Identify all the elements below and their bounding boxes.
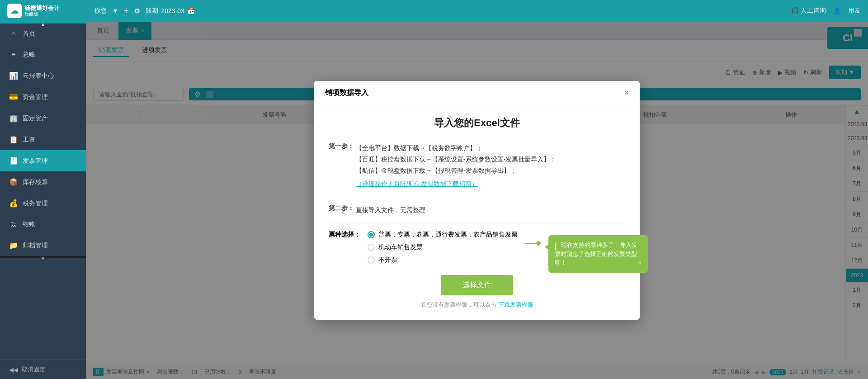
download-template-link[interactable]: 下载发票模版 — [498, 301, 533, 308]
sidebar-item-asset[interactable]: 🏢 固定资产 — [0, 108, 86, 129]
sidebar-scroll-down[interactable]: ▼ — [0, 256, 86, 258]
radio-option-1[interactable]: 普票，专票，卷票，通行费发票，农产品销售发票 — [368, 231, 518, 239]
topbar: ☁ 畅捷通好会计 旗舰版 你您 ▼ + ⚙ 账期 2023-03 📅 🎧 人工咨… — [0, 0, 868, 22]
home-icon: ⌂ — [9, 30, 18, 38]
step1-guide-link[interactable]: （详细操作见百旺/航信发票数据下载指南） — [356, 180, 478, 187]
radio-option-3[interactable]: 不开票 — [368, 256, 518, 264]
sidebar-item-inventory[interactable]: 📦 库存核算 — [0, 171, 86, 193]
tooltip-bubble: | 现在支持的票种多了，导入发票时别忘了选择正确的发票类型呀！ × — [548, 235, 648, 273]
asset-icon: 🏢 — [9, 114, 18, 123]
radio-circle-1 — [368, 231, 375, 238]
radio-group: 普票，专票，卷票，通行费发票，农产品销售发票 机动车销售发票 不开票 — [368, 231, 518, 264]
support-btn[interactable]: 🎧 人工咨询 — [791, 7, 826, 15]
step1-row: 第一步： 【全电平台】数据下载→【税务数字账户】； 【百旺】税控盘数据下载→【系… — [329, 142, 625, 190]
user-label: 用友 — [848, 7, 861, 15]
content-area: 首页 发票 × 销项发票 进项发票 🗒 凭证 — [86, 22, 868, 379]
modal-header: 销项数据导入 × — [314, 81, 640, 105]
period-display: 账期 2023-03 📅 — [146, 7, 194, 15]
modal-main-title: 导入您的Excel文件 — [329, 116, 625, 130]
radio-option-2[interactable]: 机动车销售发票 — [368, 243, 518, 251]
cancel-pin-icon: ◀◀ — [9, 366, 18, 373]
tooltip-bar-icon: | — [555, 242, 557, 249]
ticket-select-area: 票种选择： 普票，专票，卷票，通行费发票，农产品销售发票 机动车销售发票 — [329, 231, 625, 264]
inventory-icon: 📦 — [9, 178, 18, 186]
modal-close-btn[interactable]: × — [624, 88, 629, 98]
logo-icon: ☁ — [7, 4, 22, 18]
tooltip-line — [525, 243, 539, 244]
modal-overlay: 销项数据导入 × 导入您的Excel文件 第一步： 【全电平台】数据下载→【税务… — [86, 22, 868, 379]
fund-icon: 💳 — [9, 93, 18, 101]
modal-footer-note: 若您没有发票模版，可以点击 下载发票模版 — [329, 301, 625, 309]
radio-circle-2 — [368, 244, 375, 251]
account-name[interactable]: 你您 — [94, 7, 107, 15]
sidebar-item-settle[interactable]: 🗂 结账 — [0, 214, 86, 235]
invoice-icon: 🧾 — [9, 156, 18, 165]
modal-body: 导入您的Excel文件 第一步： 【全电平台】数据下载→【税务数字账户】； 【百… — [314, 105, 640, 320]
import-modal: 销项数据导入 × 导入您的Excel文件 第一步： 【全电平台】数据下载→【税务… — [314, 81, 640, 320]
calendar-icon[interactable]: 📅 — [187, 7, 195, 14]
step1-label: 第一步： — [329, 142, 356, 190]
settle-icon: 🗂 — [9, 220, 18, 228]
step1-line2: 【百旺】税控盘数据下载→【系统设置-系统参数设置-发票批量导入】； — [356, 154, 556, 165]
radio-circle-3 — [368, 256, 375, 264]
account-dropdown-icon[interactable]: ▼ — [112, 7, 118, 14]
sidebar: ▲ ⌂ 首页 ≡ 总账 📊 云报表中心 💳 资金管理 🏢 固定资产 📋 工资 🧾… — [0, 22, 86, 379]
step1-content: 【全电平台】数据下载→【税务数字账户】； 【百旺】税控盘数据下载→【系统设置-系… — [356, 142, 556, 190]
add-icon[interactable]: + — [124, 6, 129, 16]
report-icon: 📊 — [9, 71, 18, 80]
step2-row: 第二步： 直接导入文件，无需整理 — [329, 204, 625, 216]
sidebar-item-home[interactable]: ⌂ 首页 — [0, 24, 86, 44]
main-layout: ▲ ⌂ 首页 ≡ 总账 📊 云报表中心 💳 资金管理 🏢 固定资产 📋 工资 🧾… — [0, 22, 868, 379]
sidebar-item-tax[interactable]: 💰 税务管理 — [0, 193, 86, 214]
step1-line1: 【全电平台】数据下载→【税务数字账户】； — [356, 142, 556, 154]
archive-icon: 📁 — [9, 241, 18, 250]
sidebar-item-fund[interactable]: 💳 资金管理 — [0, 86, 86, 108]
sidebar-cancel-btn[interactable]: ◀◀ 取消固定 — [0, 360, 86, 379]
sidebar-item-salary[interactable]: 📋 工资 — [0, 129, 86, 150]
step1-line3: 【航信】金税盘数据下载→【报税管理-发票数据导出】； — [356, 165, 556, 176]
topbar-right: 🎧 人工咨询 👤 用友 — [791, 7, 861, 15]
ticket-select-label: 票种选择： — [329, 231, 360, 239]
tax-icon: 💰 — [9, 199, 18, 208]
user-icon: 👤 — [833, 7, 841, 14]
sidebar-item-invoice[interactable]: 🧾 发票管理 — [0, 150, 86, 171]
sidebar-item-archive[interactable]: 📁 归档管理 — [0, 235, 86, 256]
sidebar-item-ledger[interactable]: ≡ 总账 — [0, 44, 86, 65]
divider1 — [329, 197, 625, 197]
sidebar-bottom: ◀◀ 取消固定 — [0, 360, 86, 379]
divider2 — [329, 223, 625, 223]
salary-icon: 📋 — [9, 135, 18, 144]
step2-content: 直接导入文件，无需整理 — [356, 204, 425, 216]
modal-title: 销项数据导入 — [325, 88, 368, 98]
ledger-icon: ≡ — [9, 51, 18, 59]
select-file-btn[interactable]: 选择文件 — [441, 275, 513, 295]
step2-label: 第二步： — [329, 204, 356, 216]
settings-icon[interactable]: ⚙ — [134, 7, 140, 15]
tooltip-close-btn[interactable]: × — [638, 258, 642, 267]
sidebar-item-report[interactable]: 📊 云报表中心 — [0, 65, 86, 86]
app-logo: ☁ 畅捷通好会计 旗舰版 — [7, 4, 89, 18]
